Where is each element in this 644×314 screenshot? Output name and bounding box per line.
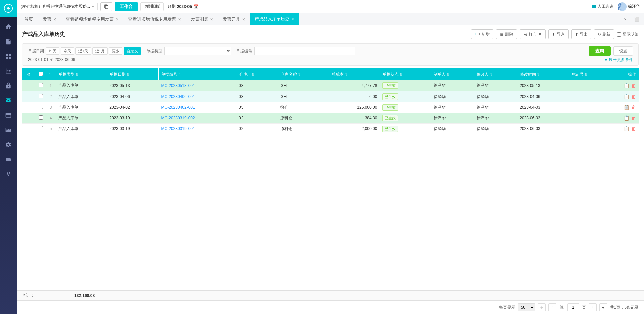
tab-invoice-calc-close[interactable]: × (210, 17, 213, 22)
select-all-checkbox[interactable] (39, 72, 43, 76)
display-detail-checkbox[interactable] (617, 32, 621, 37)
prev-page-btn[interactable]: ‹ (548, 303, 556, 311)
row-delete-icon[interactable]: 🗑 (631, 105, 636, 110)
row-checkbox-cell[interactable] (36, 123, 46, 134)
sidebar-item-factory[interactable] (0, 123, 17, 137)
tab-home[interactable]: 首页 (19, 13, 38, 25)
date-btn-7days[interactable]: 近7天 (75, 47, 91, 55)
row-delete-icon[interactable]: 🗑 (631, 115, 636, 121)
expand-conditions-btn[interactable]: ▼ 展开更多条件 (604, 57, 633, 63)
row-code[interactable]: MC-20230319-001 (159, 123, 236, 134)
row-checkbox-cell[interactable] (36, 91, 46, 102)
service-btn[interactable]: 人工咨询 (592, 4, 614, 9)
first-page-btn[interactable]: ⏮ (538, 303, 546, 311)
tab-invoice-close[interactable]: × (53, 17, 56, 22)
sidebar-item-chart[interactable] (0, 64, 17, 78)
row-checkbox-cell[interactable] (36, 113, 46, 123)
company-selector[interactable]: (库存核算）直播轻捷通信息技术股份... ▼ (21, 4, 95, 9)
row-checkbox[interactable] (39, 105, 43, 109)
close-all-btn[interactable]: × (621, 15, 630, 24)
tab-invoice-issue[interactable]: 发票开具 × (218, 13, 250, 25)
date-btn-today[interactable]: 今天 (61, 47, 74, 55)
row-checkbox-cell[interactable] (36, 80, 46, 91)
tab-invoice[interactable]: 发票 × (38, 13, 61, 25)
col-code[interactable]: 单据编号 ⇅ (159, 68, 236, 80)
row-code-link[interactable]: MC-20230402-001 (161, 105, 195, 110)
row-delete-icon[interactable]: 🗑 (631, 126, 636, 131)
col-total-cost[interactable]: 总成本 ⇅ (329, 68, 380, 80)
delete-btn[interactable]: 🗑 删除 (496, 29, 517, 39)
tab-invoice-issue-close[interactable]: × (242, 17, 245, 22)
tab-purchase-vat-close[interactable]: × (178, 17, 181, 22)
query-btn[interactable]: 查询 (589, 46, 611, 56)
tab-sales-vat[interactable]: 查看销项增值税专用发票 × (61, 13, 123, 25)
copy-btn[interactable] (100, 2, 112, 11)
workbench-btn[interactable]: 工作台 (115, 2, 138, 11)
row-code[interactable]: MC-20230513-001 (159, 80, 236, 91)
date-btn-yesterday[interactable]: 昨天 (46, 47, 59, 55)
sidebar-item-v[interactable]: V (0, 167, 17, 182)
tab-product-inbound-close[interactable]: × (291, 17, 294, 21)
col-settings[interactable]: ⚙ (22, 68, 36, 80)
page-number-input[interactable]: 1 (567, 303, 579, 311)
refresh-btn[interactable]: ↻ 刷新 (594, 29, 614, 39)
row-edit-icon[interactable]: 📋 (624, 83, 629, 88)
col-creator[interactable]: 制单人 ⇅ (431, 68, 474, 80)
row-checkbox[interactable] (39, 126, 43, 130)
switch-version-btn[interactable]: 切到旧版 (140, 2, 164, 11)
row-edit-icon[interactable]: 📋 (624, 115, 629, 121)
row-code[interactable]: MC-20230402-001 (159, 102, 236, 113)
date-btn-custom[interactable]: 自定义 (124, 47, 141, 55)
tab-purchase-vat[interactable]: 查看进项增值税专用发票 × (123, 13, 186, 25)
sidebar-item-lock[interactable] (0, 78, 17, 93)
new-btn[interactable]: + + 新增 (471, 29, 493, 39)
setting-btn[interactable]: 设置 (613, 46, 633, 56)
sidebar-item-inventory[interactable] (0, 93, 17, 108)
sidebar-item-voucher[interactable] (0, 34, 17, 49)
company-dropdown-icon[interactable]: ▼ (91, 5, 95, 8)
user-menu[interactable]: @ Ea 徐泽华 (618, 2, 640, 11)
col-warehouse-name[interactable]: 仓库名称 ⇅ (278, 68, 329, 80)
tab-product-inbound[interactable]: 产成品入库单历史 × (250, 13, 299, 25)
row-checkbox-cell[interactable] (36, 102, 46, 113)
sidebar-item-home[interactable] (0, 19, 17, 34)
row-edit-icon[interactable]: 📋 (624, 126, 629, 131)
sidebar-item-video[interactable] (0, 152, 17, 167)
maximize-btn[interactable]: ⬜ (632, 15, 641, 24)
sidebar-item-grid[interactable] (0, 49, 17, 64)
row-checkbox[interactable] (39, 83, 43, 87)
settings-icon[interactable]: ⚙ (27, 72, 31, 77)
export-btn[interactable]: ⬆ 导出 (571, 29, 591, 39)
col-modify-time[interactable]: 修改时间 ⇅ (517, 68, 569, 80)
col-modifier[interactable]: 修改人 ⇅ (474, 68, 517, 80)
row-code[interactable]: MC-20230406-001 (159, 91, 236, 102)
app-logo[interactable] (0, 0, 17, 17)
page-size-select[interactable]: 10 20 50 100 (518, 303, 535, 311)
row-code-link[interactable]: MC-20230319-001 (161, 126, 195, 131)
row-checkbox[interactable] (39, 94, 43, 98)
row-code-link[interactable]: MC-20230406-001 (161, 94, 195, 99)
row-delete-icon[interactable]: 🗑 (631, 94, 636, 99)
type-filter-select[interactable] (164, 47, 231, 55)
col-status[interactable]: 单据状态 ⇅ (380, 68, 431, 80)
row-checkbox[interactable] (39, 115, 43, 120)
date-btn-1month[interactable]: 近1月 (92, 47, 108, 55)
col-date[interactable]: 单据日期 ⇅ (107, 68, 158, 80)
next-page-btn[interactable]: › (589, 303, 597, 311)
row-delete-icon[interactable]: 🗑 (631, 83, 636, 88)
tab-sales-vat-close[interactable]: × (116, 17, 118, 22)
print-btn[interactable]: 🖨 打印 ▼ (520, 29, 546, 39)
last-page-btn[interactable]: ⏭ (599, 303, 607, 311)
col-type[interactable]: 单据类型 ⇅ (56, 68, 107, 80)
number-filter-input[interactable] (254, 47, 355, 55)
row-code-link[interactable]: MC-20230319-002 (161, 116, 195, 120)
calendar-icon[interactable]: 📅 (193, 4, 198, 9)
sidebar-item-invoice[interactable] (0, 108, 17, 123)
date-btn-more[interactable]: 更多 (109, 47, 122, 55)
row-edit-icon[interactable]: 📋 (624, 94, 629, 99)
row-code[interactable]: MC-20230319-002 (159, 113, 236, 123)
display-detail-toggle[interactable]: 显示明细 (617, 32, 639, 37)
tab-invoice-calc[interactable]: 发票测算 × (186, 13, 218, 25)
col-voucher[interactable]: 凭证号 ⇅ (569, 68, 612, 80)
row-edit-icon[interactable]: 📋 (624, 105, 629, 110)
